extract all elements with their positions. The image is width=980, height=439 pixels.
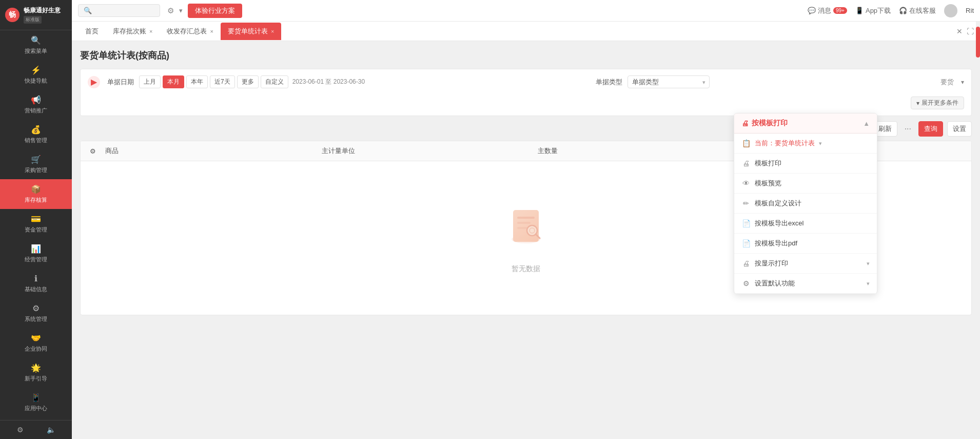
right-scrollbar[interactable] [976,22,980,439]
tab-order-stats-close[interactable]: × [271,28,274,34]
sidebar-label-app-center: 应用中心 [25,405,47,412]
dropdown-collapse-icon[interactable]: ▲ [863,120,870,127]
sidebar-icon-inventory: 📦 [31,184,41,194]
date-range: 2023-06-01 至 2023-06-30 [292,78,365,86]
sidebar-item-app-center[interactable]: 📱 应用中心 [0,388,72,417]
search-box[interactable]: 🔍 [78,4,160,17]
app-download-button[interactable]: 📱 App下载 [855,6,891,15]
order-type-label: 要货 [940,78,954,87]
more-actions-button[interactable]: ··· [901,123,914,135]
settings-icon[interactable]: ⚙ [17,426,24,434]
sidebar-item-marketing[interactable]: 📢 营销推广 [0,90,72,120]
tab-receipt-summary-close[interactable]: × [210,28,213,34]
sidebar-icon-purchase: 🛒 [31,155,41,164]
sidebar-icon-basic-info: ℹ [34,274,37,283]
sidebar-item-enterprise[interactable]: 🤝 企业协同 [0,328,72,358]
sidebar-label-marketing: 营销推广 [25,107,47,114]
dropdown-current-template[interactable]: 📋 当前：要货单统计表 ▾ [734,133,877,154]
date-btn-last7days[interactable]: 近7天 [210,75,235,88]
sidebar-item-system[interactable]: ⚙ 系统管理 [0,298,72,328]
messages-button[interactable]: 💬 消息 99+ [808,6,847,15]
svg-rect-4 [517,222,531,224]
dropdown-item-template-design[interactable]: ✏ 模板自定义设计 [734,194,877,214]
sidebar-label-sales: 销售管理 [25,137,47,144]
sidebar-label-basic-info: 基础信息 [25,285,47,293]
topbar-arrow-icon[interactable]: ▾ [179,7,183,14]
sidebar-item-search[interactable]: 🔍 搜索菜单 [0,30,72,60]
sidebar-item-basic-info[interactable]: ℹ 基础信息 [0,269,72,298]
type-select[interactable]: 单据类型 [628,75,710,88]
sidebar: 畅 畅康通好生意 标准版 🔍 搜索菜单 ⚡ 快捷导航 📢 营销推广 💰 销售管理… [0,0,72,439]
date-btn-prev-month[interactable]: 上月 [139,75,161,88]
logo-text: 畅康通好生意 标准版 [24,6,61,24]
sidebar-label-operations: 经营管理 [25,256,47,263]
window-expand-icon[interactable]: ⛶ [967,27,974,35]
audio-icon[interactable]: 🔈 [47,426,55,434]
dropdown-item-template-print[interactable]: 🖨 模板打印 [734,154,877,174]
sidebar-label-search: 搜索菜单 [25,47,47,55]
tab-home[interactable]: 首页 [78,23,106,40]
main-area: 🔍 ⚙ ▾ 体验行业方案 💬 消息 99+ 📱 App下载 🎧 在线客服 Rit [72,0,980,439]
dropdown-template-print-icon: 🖨 [741,159,751,167]
page-content: 要货单统计表(按商品) ▶ 单据日期 上月 本月 本年 近7天 更多 自定义 2… [72,41,980,439]
headset-icon: 🎧 [899,7,907,14]
dropdown-current-arrow: ▾ [819,140,822,147]
expand-more-conditions-button[interactable]: ▾ 展开更多条件 [911,97,964,109]
th-goods: 商品 [101,141,318,161]
sidebar-item-operations[interactable]: 📊 经营管理 [0,239,72,269]
settings-button[interactable]: 设置 [947,121,972,137]
empty-icon [503,202,549,258]
scrollbar-thumb[interactable] [976,27,980,58]
dropdown-title: 🖨 按模板打印 [741,119,788,128]
tab-inventory-batch-close[interactable]: × [149,28,152,34]
dropdown-display-print-icon: 🖨 [741,259,751,268]
sidebar-icon-finance: 💳 [31,214,41,224]
sidebar-item-sales[interactable]: 💰 销售管理 [0,120,72,149]
dropdown-item-export-pdf[interactable]: 📄 按模板导出pdf [734,234,877,254]
type-select-wrapper: 单据类型 [628,75,710,88]
username-label: Rit [966,7,974,14]
sidebar-item-purchase[interactable]: 🛒 采购管理 [0,149,72,179]
dropdown-set-default-icon: ⚙ [741,279,751,288]
sidebar-footer: ⚙ 🔈 [0,420,72,439]
filter-expand-toggle[interactable]: ▶ [88,76,100,88]
topbar-right: 💬 消息 99+ 📱 App下载 🎧 在线客服 Rit [808,4,974,17]
svg-rect-3 [517,217,535,219]
dropdown-item-template-preview[interactable]: 👁 模板预览 [734,174,877,194]
dropdown-display-print-arrow: ▾ [867,260,870,267]
dropdown-item-display-print[interactable]: 🖨 按显示打印 ▾ [734,254,877,274]
sidebar-item-finance[interactable]: 💳 资金管理 [0,209,72,239]
order-type-dropdown-icon[interactable]: ▾ [961,79,964,86]
sidebar-label-system: 系统管理 [25,315,47,323]
dropdown-item-set-default[interactable]: ⚙ 设置默认功能 ▾ [734,274,877,294]
date-btn-more[interactable]: 更多 [237,75,259,88]
query-button[interactable]: 查询 [918,121,943,137]
tab-receipt-summary[interactable]: 收发存汇总表 × [160,23,220,40]
tab-order-stats[interactable]: 要货单统计表 × [221,23,281,40]
th-settings[interactable]: ⚙ [86,142,101,160]
app-logo: 畅 畅康通好生意 标准版 [0,0,72,30]
date-btn-current-month[interactable]: 本月 [163,75,184,88]
sidebar-icon-sales: 💰 [31,125,41,135]
dropdown-header: 🖨 按模板打印 ▲ [734,113,877,133]
date-btn-custom[interactable]: 自定义 [261,75,288,88]
sidebar-item-quick-nav[interactable]: ⚡ 快捷导航 [0,60,72,90]
trial-industry-button[interactable]: 体验行业方案 [188,4,242,18]
sidebar-label-purchase: 采购管理 [25,166,47,174]
dropdown-set-default-arrow: ▾ [867,280,870,287]
dropdown-item-export-excel[interactable]: 📄 按模板导出excel [734,214,877,234]
tab-order-stats-label: 要货单统计表 [228,27,268,36]
sidebar-item-inventory[interactable]: 📦 库存核算 [0,179,72,209]
date-btn-current-year[interactable]: 本年 [186,75,208,88]
th-unit: 主计量单位 [318,141,534,161]
user-avatar[interactable] [944,4,957,17]
th-quantity: 主数量 [534,141,750,161]
online-service-button[interactable]: 🎧 在线客服 [899,6,936,15]
topbar-gear-icon[interactable]: ⚙ [167,6,174,15]
tab-inventory-batch[interactable]: 库存批次账 × [106,23,160,40]
date-label: 单据日期 [107,78,134,87]
svg-rect-5 [517,227,527,229]
sidebar-icon-enterprise: 🤝 [31,333,41,343]
window-close-icon[interactable]: ✕ [956,27,963,35]
sidebar-item-guide[interactable]: 🌟 新手引导 [0,358,72,388]
